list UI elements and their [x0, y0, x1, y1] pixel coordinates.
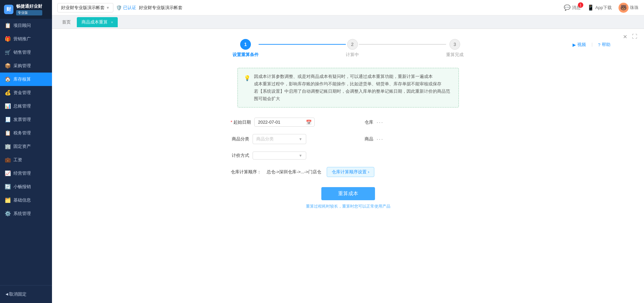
warehouse-order-settings-button[interactable]: 仓库计算顺序设置 ›: [327, 167, 374, 177]
app-download-label: App下载: [595, 5, 612, 11]
system-icon: ⚙️: [5, 211, 11, 217]
logo-icon: 财: [4, 5, 13, 14]
sales-icon: 🛒: [5, 49, 11, 55]
start-date-input-wrapper[interactable]: 📅: [254, 118, 315, 127]
step-3: 3 重算完成: [446, 39, 464, 58]
tabbar: 首页 商品成本重算 ×: [52, 15, 644, 29]
warehouse-select-btn[interactable]: ···: [377, 119, 384, 125]
step-2-label: 计算中: [346, 52, 359, 58]
form-row-2: 商品分类 商品分类 ▼ 商品 ···: [231, 134, 466, 144]
step-3-num: 3: [453, 42, 456, 47]
step-line-2: [359, 44, 446, 45]
sidebar-item-salary[interactable]: 💼 工资: [0, 153, 52, 167]
sidebar-item-basic[interactable]: 🗂️ 基础信息: [0, 193, 52, 207]
price-method-dropdown-icon: ▼: [299, 154, 303, 158]
sidebar-item-accounting[interactable]: 📊 总账管理: [0, 99, 52, 113]
tab-home[interactable]: 首页: [57, 17, 75, 27]
sidebar-item-inventory[interactable]: 🏠 库存核算: [0, 73, 52, 86]
sidebar-item-finance[interactable]: 💰 资金管理: [0, 86, 52, 99]
sidebar-item-label: 基础信息: [13, 197, 31, 203]
shield-icon: 🛡️: [116, 5, 122, 10]
ops-icon: 📈: [5, 170, 11, 176]
price-method-label: 计价方式: [231, 153, 249, 159]
step-1: 1 设置重算条件: [232, 39, 259, 58]
form-group-warehouse: 仓库 ···: [355, 119, 466, 125]
sidebar-item-ops[interactable]: 📈 经营管理: [0, 167, 52, 180]
message-badge: 1: [578, 2, 583, 8]
info-content: 因成本计算参数调整、或是对商品成本有疑问时，可以通过成本重算功能，重新计算一遍成…: [254, 73, 452, 102]
category-label: 商品分类: [231, 136, 249, 142]
unpin-button[interactable]: ◄取消固定: [0, 288, 52, 300]
logo-badge: 专业版: [16, 10, 42, 15]
category-placeholder: 商品分类: [256, 136, 274, 142]
sidebar-item-label: 小畅报销: [13, 184, 31, 190]
tab-close-icon[interactable]: ×: [111, 20, 113, 24]
sidebar-item-label: 项目顾问: [13, 23, 31, 29]
sidebar-item-label: 总账管理: [13, 103, 31, 109]
app-download-action[interactable]: 📱 App下载: [587, 4, 612, 11]
topbar-actions: 💬 消息 1 📱 App下载 🐻 珠珠: [564, 3, 639, 13]
warehouse-order-label: 仓库计算顺序：: [231, 169, 261, 175]
account-selector[interactable]: 好业财专业版演示帐套 ▼: [57, 3, 113, 12]
recalculate-button[interactable]: 重算成本: [321, 187, 375, 200]
calendar-icon[interactable]: 📅: [303, 120, 314, 125]
sidebar-item-label: 资金管理: [13, 90, 31, 96]
step-2-circle: 2: [347, 39, 358, 50]
avatar: 🐻: [619, 3, 629, 13]
warehouse-order-row: 仓库计算顺序： 总仓->深圳仓库->...->门店仓 仓库计算顺序设置 ›: [231, 167, 466, 177]
form-group-date: 起始日期 📅: [231, 118, 341, 127]
form-group-goods: 商品 ···: [355, 136, 466, 142]
sidebar: 财 畅捷通好业财 专业版 📋 项目顾问 🎁 营销推广 🛒 销售管理 📦 采购管理…: [0, 0, 52, 303]
marketing-icon: 🎁: [5, 36, 11, 42]
sidebar-item-purchase[interactable]: 📦 采购管理: [0, 59, 52, 73]
verified-badge: 🛡️ 已认证: [116, 5, 136, 11]
sidebar-item-tax[interactable]: 📋 税务管理: [0, 126, 52, 140]
logo-text: 畅捷通好业财 专业版: [16, 3, 42, 15]
sidebar-item-system[interactable]: ⚙️ 系统管理: [0, 207, 52, 220]
sidebar-item-marketing[interactable]: 🎁 营销推广: [0, 32, 52, 46]
submit-area: 重算成本 重算过程耗时较长，重算时您可以正常使用产品: [231, 187, 466, 209]
info-box: 💡 因成本计算参数调整、或是对商品成本有疑问时，可以通过成本重算功能，重新计算一…: [237, 68, 459, 107]
step-help: ▶ 视频 | ? 帮助: [573, 42, 610, 48]
warehouse-order-btn-label: 仓库计算顺序设置 ›: [332, 169, 369, 175]
start-date-input[interactable]: [255, 118, 303, 126]
goods-select-btn[interactable]: ···: [377, 136, 384, 142]
purchase-icon: 📦: [5, 63, 11, 69]
tab-home-label: 首页: [62, 19, 71, 25]
basic-icon: 🗂️: [5, 197, 11, 203]
sidebar-item-expense[interactable]: 🔄 小畅报销: [0, 180, 52, 193]
sidebar-item-assets[interactable]: 🏢 固定资产: [0, 140, 52, 153]
sidebar-item-label: 发票管理: [13, 117, 31, 123]
step-3-circle: 3: [449, 39, 460, 50]
unpin-label: ◄取消固定: [5, 291, 26, 297]
sidebar-logo: 财 畅捷通好业财 专业版: [0, 0, 52, 19]
step-1-label: 设置重算条件: [232, 52, 259, 58]
help-link[interactable]: ? 帮助: [598, 42, 610, 48]
sidebar-item-label: 库存核算: [13, 76, 31, 82]
stepper: 1 设置重算条件 2 计算中 3 重算完成 ▶ 视: [65, 39, 631, 58]
tab-cost-recalc[interactable]: 商品成本重算 ×: [77, 17, 118, 27]
logo-main: 畅捷通好业财: [16, 3, 42, 9]
topbar-account-title: 好业财专业版演示帐套: [139, 5, 182, 11]
category-select[interactable]: 商品分类 ▼: [253, 134, 306, 144]
message-action[interactable]: 💬 消息 1: [564, 4, 581, 11]
submit-hint: 重算过程耗时较长，重算时您可以正常使用产品: [231, 204, 466, 209]
info-line-2: 成本重算过程中，影响库存账的操作均不能操作，比如进货单、销货单、库存单据不能审核…: [254, 80, 452, 88]
price-method-select[interactable]: ▼: [253, 152, 306, 160]
expand-window-icon[interactable]: ⛶: [632, 34, 637, 40]
sidebar-item-sales[interactable]: 🛒 销售管理: [0, 46, 52, 59]
form-row-3: 计价方式 ▼: [231, 152, 466, 160]
finance-icon: 💰: [5, 90, 11, 96]
video-help[interactable]: ▶ 视频: [573, 42, 586, 48]
help-label: 帮助: [602, 42, 610, 48]
sidebar-item-invoice[interactable]: 🧾 发票管理: [0, 113, 52, 126]
sidebar-item-project[interactable]: 📋 项目顾问: [0, 19, 52, 32]
tax-icon: 📋: [5, 130, 11, 136]
invoice-icon: 🧾: [5, 117, 11, 123]
user-action[interactable]: 🐻 珠珠: [619, 3, 639, 13]
step-3-label: 重算完成: [446, 52, 464, 58]
form-section: 起始日期 📅 仓库 ··· 商品分类 商品分类 ▼: [231, 118, 466, 209]
recalculate-label: 重算成本: [338, 190, 358, 196]
inventory-icon: 🏠: [5, 76, 11, 82]
info-line-3: 若【系统设置】中启用了自动调整记账日期时，会调整入库单的整单记账日期，因此重新计…: [254, 88, 452, 102]
